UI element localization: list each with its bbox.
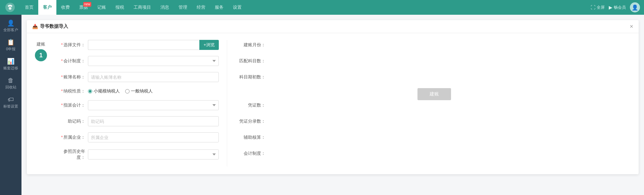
step-circle: 1 [35, 49, 47, 61]
initial-subject-label: 科目期初数： [238, 74, 268, 80]
build-month-row: 建账月份： [238, 40, 631, 50]
nav-business[interactable]: 工商项目 [129, 0, 156, 15]
accountant-select[interactable] [88, 100, 219, 110]
voucher-label: 凭证数： [238, 102, 268, 108]
nav-message[interactable]: 消息 [156, 0, 174, 15]
radio-small-input[interactable] [88, 89, 92, 93]
file-input-group: +浏览 [88, 40, 219, 50]
radio-small-label: 小规模纳税人 [94, 88, 120, 94]
sidebar-item-recycle[interactable]: 🗑 回收站 [0, 75, 21, 92]
nav-service[interactable]: 服务 [210, 0, 228, 15]
info-accounting-system-label: 会计制度： [238, 150, 268, 156]
tax-type-row: 纳税性质： 小规模纳税人 一般纳税人 [58, 88, 219, 94]
aux-accounting-label: 辅助核算： [238, 134, 268, 140]
fullscreen-btn[interactable]: ⛶ 全屏 [591, 5, 605, 10]
history-year-row: 参照历史年度： [58, 148, 219, 160]
zero-report-icon: 📋 [7, 39, 14, 45]
history-year-select[interactable] [88, 149, 219, 159]
fullscreen-icon: ⛶ [591, 5, 595, 10]
aux-accounting-row: 辅助核算： [238, 132, 631, 142]
build-month-value [268, 40, 631, 50]
nav-bookkeeping[interactable]: 记账 [93, 0, 111, 15]
match-subject-label: 匹配科目数： [238, 58, 268, 64]
accounting-system-label: 会计制度： [58, 58, 88, 64]
memo-label: 助记码： [58, 118, 88, 124]
title-icon: 📥 [32, 24, 38, 29]
avatar-icon: 👤 [632, 4, 638, 11]
accountant-row: 指派会计： [58, 100, 219, 110]
info-accounting-system-value [268, 148, 631, 158]
dialog-header: 📥 导爷数据导入 × [27, 20, 639, 33]
radio-small-taxpayer[interactable]: 小规模纳税人 [88, 88, 120, 94]
ledger-name-label: 账簿名称： [58, 74, 88, 80]
tax-type-label: 纳税性质： [58, 88, 88, 94]
logo [3, 0, 17, 15]
step-section: 建账 1 [35, 40, 47, 167]
memo-row: 助记码： [58, 116, 219, 126]
ledger-name-input[interactable] [88, 72, 219, 82]
nav-items: 首页 客户 收费 票据 new 记账 报税 工商项目 消息 管理 经营 服务 设… [20, 0, 591, 15]
fullscreen-label: 全屏 [597, 5, 605, 10]
voucher-entries-row: 凭证分录数： [238, 116, 631, 126]
sidebar-item-zero-report[interactable]: 📋 0申报 [0, 37, 21, 54]
sidebar: 👤 全部客户 📋 0申报 📊 账套迁移 🗑 回收站 🏷 标签设置 [0, 15, 21, 195]
info-accounting-system-row: 会计制度： [238, 148, 631, 158]
sidebar-label-account-migration: 账套迁移 [3, 66, 18, 71]
file-row: 选择文件： +浏览 [58, 40, 219, 50]
voucher-row: 凭证数： [238, 100, 631, 110]
dialog-panel: 📥 导爷数据导入 × 建账 1 选择文件： [27, 20, 639, 174]
nav-invoice[interactable]: 票据 new [75, 0, 93, 15]
dialog-title: 📥 导爷数据导入 [32, 23, 68, 29]
close-icon[interactable]: × [630, 23, 633, 29]
member-label: 畅会员 [614, 5, 626, 10]
nav-settings[interactable]: 设置 [228, 0, 246, 15]
aux-accounting-value [268, 132, 631, 142]
radio-general-label: 一般纳税人 [131, 88, 153, 94]
recycle-icon: 🗑 [8, 77, 14, 83]
top-nav: 首页 客户 收费 票据 new 记账 报税 工商项目 消息 管理 经营 服务 设… [0, 0, 644, 15]
tag-settings-icon: 🏷 [8, 96, 14, 103]
svg-point-1 [9, 7, 11, 10]
accountant-label: 指派会计： [58, 102, 88, 108]
build-account-button[interactable]: 建账 [417, 88, 451, 100]
file-input[interactable] [88, 40, 199, 50]
nav-home[interactable]: 首页 [20, 0, 38, 15]
accounting-system-select[interactable] [88, 56, 219, 66]
member-btn[interactable]: ▶ 畅会员 [609, 5, 626, 10]
main-layout: 👤 全部客户 📋 0申报 📊 账套迁移 🗑 回收站 🏷 标签设置 📥 导 [0, 15, 644, 195]
initial-subject-row: 科目期初数： [238, 72, 631, 82]
file-label: 选择文件： [58, 42, 88, 48]
nav-customer[interactable]: 客户 [38, 0, 56, 15]
company-label: 所属企业： [58, 134, 88, 140]
title-text: 导爷数据导入 [40, 23, 68, 29]
all-customers-icon: 👤 [7, 20, 14, 26]
memo-input[interactable] [88, 116, 219, 126]
tax-type-radio-group: 小规模纳税人 一般纳税人 [88, 88, 153, 94]
sidebar-item-all-customers[interactable]: 👤 全部客户 [0, 17, 21, 35]
form-section: 选择文件： +浏览 会计制度： [58, 40, 219, 167]
content-area: 📥 导爷数据导入 × 建账 1 选择文件： [21, 15, 644, 195]
sidebar-label-all-customers: 全部客户 [3, 27, 18, 32]
radio-general-taxpayer[interactable]: 一般纳税人 [125, 88, 153, 94]
file-browse-btn[interactable]: +浏览 [199, 40, 219, 50]
sidebar-label-recycle: 回收站 [5, 85, 16, 90]
ledger-name-row: 账簿名称： [58, 72, 219, 82]
voucher-entries-label: 凭证分录数： [238, 118, 268, 124]
voucher-value [268, 100, 631, 110]
nav-fee[interactable]: 收费 [56, 0, 75, 15]
step-label: 建账 [37, 41, 45, 47]
avatar[interactable]: 👤 [630, 2, 640, 12]
nav-manage[interactable]: 管理 [174, 0, 192, 15]
sidebar-item-tag-settings[interactable]: 🏷 标签设置 [0, 94, 21, 112]
new-badge: new [83, 2, 91, 7]
sidebar-label-tag-settings: 标签设置 [3, 104, 18, 109]
company-input[interactable] [88, 132, 219, 142]
radio-general-input[interactable] [125, 89, 130, 93]
nav-operation[interactable]: 经营 [192, 0, 210, 15]
build-btn-wrap: 建账 [238, 88, 631, 100]
nav-tax[interactable]: 报税 [111, 0, 129, 15]
match-subject-row: 匹配科目数： [238, 56, 631, 66]
sidebar-item-account-migration[interactable]: 📊 账套迁移 [0, 56, 21, 73]
member-icon: ▶ [609, 5, 612, 10]
nav-right: ⛶ 全屏 ▶ 畅会员 👤 [591, 2, 644, 12]
